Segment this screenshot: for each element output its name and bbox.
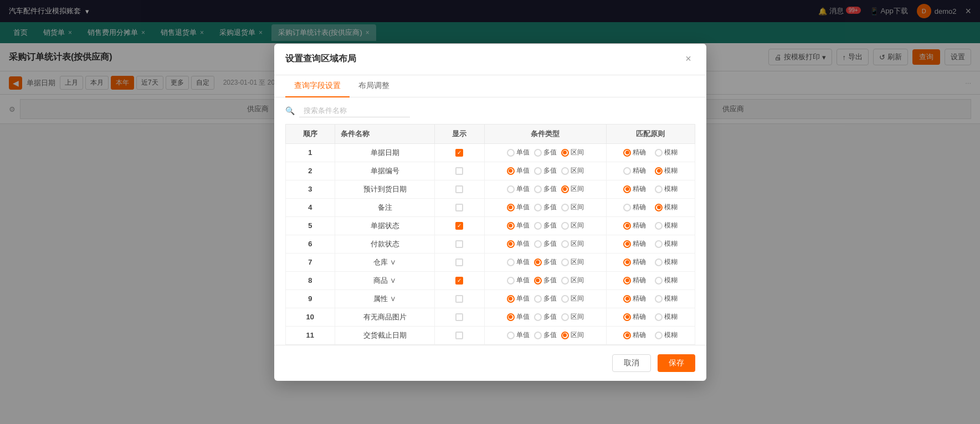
radio-type-多值[interactable]: 多值 [534, 276, 557, 285]
modal-backdrop: 设置查询区域布局 × 查询字段设置 布局调整 🔍 顺序 条件名称 显示 条件类型 [0, 0, 980, 424]
modal-tab-layout-adjust[interactable]: 布局调整 [350, 75, 398, 97]
radio-match-模糊[interactable]: 模糊 [655, 257, 678, 267]
cancel-button[interactable]: 取消 [612, 354, 651, 372]
show-checkbox[interactable] [455, 204, 463, 211]
radio-match-精确[interactable]: 精确 [623, 312, 646, 322]
radio-type-区间[interactable]: 区间 [561, 276, 584, 285]
cell-show [435, 308, 485, 326]
radio-type-单值[interactable]: 单值 [507, 257, 530, 267]
radio-type-多值[interactable]: 多值 [534, 312, 557, 322]
modal-table-wrap: 顺序 条件名称 显示 条件类型 匹配原则 1单据日期单值多值区间精确模糊2单据编… [274, 124, 706, 345]
search-icon: 🔍 [285, 106, 295, 115]
radio-type-多值[interactable]: 多值 [534, 294, 557, 303]
radio-type-区间[interactable]: 区间 [561, 239, 584, 249]
radio-type-单值[interactable]: 单值 [507, 184, 530, 194]
radio-type-区间[interactable]: 区间 [561, 203, 584, 212]
radio-match-模糊[interactable]: 模糊 [655, 276, 678, 285]
radio-match-精确[interactable]: 精确 [623, 276, 646, 285]
show-checkbox[interactable] [455, 258, 463, 266]
radio-type-单值[interactable]: 单值 [507, 221, 530, 230]
cell-order: 11 [285, 326, 335, 344]
cell-match-rule: 精确模糊 [606, 326, 695, 344]
table-row: 8商品 ∨单值多值区间精确模糊 [285, 271, 695, 289]
radio-type-单值[interactable]: 单值 [507, 239, 530, 249]
radio-match-精确[interactable]: 精确 [623, 257, 646, 267]
table-row: 6付款状态单值多值区间精确模糊 [285, 235, 695, 253]
cell-condition-type: 单值多值区间 [484, 162, 606, 180]
radio-type-多值[interactable]: 多值 [534, 184, 557, 194]
radio-match-模糊[interactable]: 模糊 [655, 294, 678, 303]
radio-match-精确[interactable]: 精确 [623, 184, 646, 194]
radio-type-多值[interactable]: 多值 [534, 166, 557, 175]
radio-type-区间[interactable]: 区间 [561, 294, 584, 303]
cell-condition-type: 单值多值区间 [484, 143, 606, 162]
radio-type-区间[interactable]: 区间 [561, 330, 584, 340]
radio-match-模糊[interactable]: 模糊 [655, 239, 678, 249]
radio-type-单值[interactable]: 单值 [507, 330, 530, 340]
cell-match-rule: 精确模糊 [606, 216, 695, 235]
table-row: 5单据状态单值多值区间精确模糊 [285, 216, 695, 235]
radio-type-区间[interactable]: 区间 [561, 312, 584, 322]
radio-type-多值[interactable]: 多值 [534, 203, 557, 212]
show-checkbox[interactable] [455, 222, 463, 230]
cell-show [435, 162, 485, 180]
radio-type-多值[interactable]: 多值 [534, 239, 557, 249]
radio-match-精确[interactable]: 精确 [623, 203, 646, 212]
radio-match-模糊[interactable]: 模糊 [655, 330, 678, 340]
modal-tab-query-fields[interactable]: 查询字段设置 [285, 75, 350, 97]
show-checkbox[interactable] [455, 240, 463, 248]
radio-match-精确[interactable]: 精确 [623, 294, 646, 303]
cell-condition-type: 单值多值区间 [484, 198, 606, 216]
radio-match-精确[interactable]: 精确 [623, 148, 646, 157]
cell-match-rule: 精确模糊 [606, 289, 695, 308]
cell-condition-type: 单值多值区间 [484, 289, 606, 308]
conditions-table: 顺序 条件名称 显示 条件类型 匹配原则 1单据日期单值多值区间精确模糊2单据编… [285, 124, 695, 345]
cell-order: 1 [285, 143, 335, 162]
radio-type-多值[interactable]: 多值 [534, 221, 557, 230]
cell-show [435, 253, 485, 271]
radio-match-模糊[interactable]: 模糊 [655, 166, 678, 175]
show-checkbox[interactable] [455, 332, 463, 339]
show-checkbox[interactable] [455, 295, 463, 303]
save-button[interactable]: 保存 [658, 354, 695, 372]
radio-type-多值[interactable]: 多值 [534, 148, 557, 157]
radio-type-区间[interactable]: 区间 [561, 166, 584, 175]
radio-match-模糊[interactable]: 模糊 [655, 221, 678, 230]
radio-type-区间[interactable]: 区间 [561, 257, 584, 267]
show-checkbox[interactable] [455, 185, 463, 193]
show-checkbox[interactable] [455, 149, 463, 157]
cell-name: 交货截止日期 [335, 326, 435, 344]
radio-match-精确[interactable]: 精确 [623, 330, 646, 340]
radio-type-单值[interactable]: 单值 [507, 166, 530, 175]
cell-condition-type: 单值多值区间 [484, 308, 606, 326]
radio-type-区间[interactable]: 区间 [561, 184, 584, 194]
radio-type-单值[interactable]: 单值 [507, 294, 530, 303]
radio-type-单值[interactable]: 单值 [507, 203, 530, 212]
cell-order: 4 [285, 198, 335, 216]
cell-name: 单据状态 [335, 216, 435, 235]
table-header-row: 顺序 条件名称 显示 条件类型 匹配原则 [285, 124, 695, 143]
radio-type-区间[interactable]: 区间 [561, 221, 584, 230]
radio-type-多值[interactable]: 多值 [534, 257, 557, 267]
modal-close-button[interactable]: × [682, 53, 695, 66]
radio-type-单值[interactable]: 单值 [507, 312, 530, 322]
radio-match-模糊[interactable]: 模糊 [655, 203, 678, 212]
show-checkbox[interactable] [455, 167, 463, 175]
search-condition-input[interactable] [299, 104, 410, 117]
radio-type-单值[interactable]: 单值 [507, 148, 530, 157]
show-checkbox[interactable] [455, 313, 463, 321]
cell-name: 属性 ∨ [335, 289, 435, 308]
cell-name: 预计到货日期 [335, 180, 435, 198]
cell-condition-type: 单值多值区间 [484, 326, 606, 344]
show-checkbox[interactable] [455, 277, 463, 285]
radio-match-模糊[interactable]: 模糊 [655, 184, 678, 194]
radio-type-单值[interactable]: 单值 [507, 276, 530, 285]
radio-type-多值[interactable]: 多值 [534, 330, 557, 340]
radio-match-精确[interactable]: 精确 [623, 239, 646, 249]
radio-type-区间[interactable]: 区间 [561, 148, 584, 157]
radio-match-精确[interactable]: 精确 [623, 221, 646, 230]
radio-match-模糊[interactable]: 模糊 [655, 148, 678, 157]
radio-match-模糊[interactable]: 模糊 [655, 312, 678, 322]
cell-condition-type: 单值多值区间 [484, 235, 606, 253]
radio-match-精确[interactable]: 精确 [623, 166, 646, 175]
